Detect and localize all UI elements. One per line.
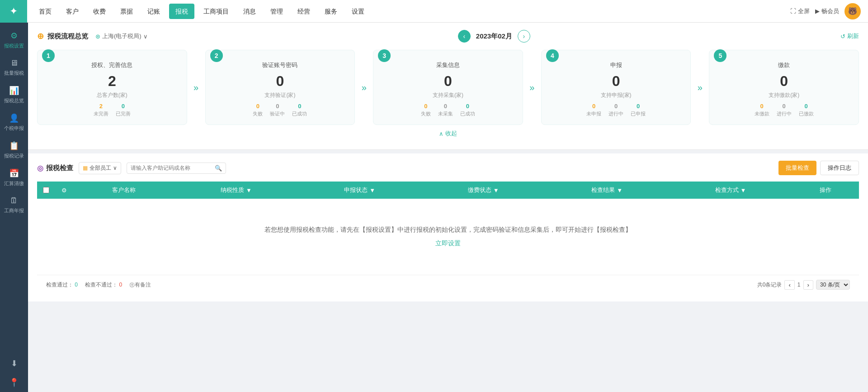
- nav-client[interactable]: 客户: [59, 0, 86, 23]
- nav-fee[interactable]: 收费: [86, 0, 113, 23]
- stat-filed-4: 0 已申报: [631, 103, 646, 117]
- sidebar: ⚙ 报税设置 🖥 批量报税 📊 报税总览 👤 个税申报 📋 报税记录 📅 汇算清…: [0, 23, 28, 392]
- nav-settings[interactable]: 设置: [344, 0, 372, 23]
- nav-message[interactable]: 消息: [236, 0, 263, 23]
- nav-tax[interactable]: 报税: [169, 4, 194, 19]
- setup-link[interactable]: 立即设置: [435, 239, 461, 247]
- step-card-4: 4 申报 0 支持申报(家) 0 未申报 0 进行中: [541, 50, 691, 125]
- sidebar-item-personal-report[interactable]: 👤 个税申报: [0, 109, 28, 136]
- step-count-5: 0: [717, 73, 851, 90]
- sidebar-item-annual-report[interactable]: 🗓 工商年报: [0, 191, 28, 219]
- filter-icon-3[interactable]: ▼: [493, 187, 499, 194]
- overview-section: ⊕ 报税流程总览 ⊛ 上海(电子税局) ∨ ‹ 2023年02月 › ↺: [28, 23, 868, 150]
- location-badge[interactable]: ⊛ 上海(电子税局) ∨: [95, 32, 148, 40]
- step-title-1: 授权、完善信息: [45, 61, 179, 69]
- sidebar-item-tax-overview[interactable]: 📊 报税总览: [0, 81, 28, 109]
- select-all-checkbox[interactable]: [43, 187, 49, 193]
- sidebar-item-tax-settings[interactable]: ⚙ 报税设置: [0, 26, 28, 54]
- step-card-2: 2 验证账号密码 0 支持验证(家) 0 失败 0 验证中: [205, 50, 355, 125]
- first-page-btn[interactable]: ‹: [784, 280, 794, 290]
- chevron-down-icon: ∨: [143, 33, 148, 40]
- note-stat: ㊟有备注: [129, 281, 151, 289]
- nav-business[interactable]: 工商项目: [196, 0, 236, 23]
- step-stats-4: 0 未申报 0 进行中 0 已申报: [549, 103, 684, 117]
- sidebar-bottom: ⬇ 📍: [7, 354, 21, 392]
- collapse-bar[interactable]: ∧ 收起: [37, 125, 859, 142]
- filter-icon-1[interactable]: ▼: [246, 187, 252, 194]
- prev-month-btn[interactable]: ‹: [458, 30, 471, 43]
- step-sub-1: 总客户数(家): [45, 91, 179, 99]
- step-number-5: 5: [714, 49, 726, 62]
- nav-right: ⛶ 全屏 ▶ 畅会员 🐻: [790, 3, 868, 19]
- stat-pending-3: 0 未采集: [438, 103, 453, 117]
- sidebar-item-tax-records[interactable]: 📋 报税记录: [0, 136, 28, 164]
- step-count-4: 0: [549, 73, 684, 90]
- fail-count-link[interactable]: 0: [119, 282, 122, 288]
- check-header: ◎ 报税检查 ▦ 全部员工 ∨ 🔍 批量检查 操作日志: [37, 161, 859, 175]
- next-page-btn[interactable]: ›: [803, 280, 813, 290]
- filter-icon-4[interactable]: ▼: [617, 187, 623, 194]
- step-sub-2: 支持验证(家): [213, 91, 348, 99]
- step-stats-1: 2 未完善 0 已完善: [45, 103, 179, 117]
- main-content: ⊕ 报税流程总览 ⊛ 上海(电子税局) ∨ ‹ 2023年02月 › ↺: [28, 23, 868, 392]
- stat-verifying-2: 0 验证中: [270, 103, 285, 117]
- step-title-4: 申报: [549, 61, 684, 69]
- nav-service[interactable]: 服务: [317, 0, 344, 23]
- nav-accounting[interactable]: 记账: [140, 0, 167, 23]
- footer-stats: 检查通过： 0 检查不通过： 0 ㊟有备注: [46, 281, 151, 289]
- search-icon[interactable]: 🔍: [215, 165, 222, 172]
- step-stats-5: 0 未缴款 0 进行中 0 已缴款: [717, 103, 851, 117]
- nav-links: 首页 客户 收费 票据 记账 报税 工商项目 消息 管理 经营 服务 设置: [27, 0, 790, 23]
- nav-home[interactable]: 首页: [32, 0, 59, 23]
- data-table: ⚙ 客户名称 纳税性质 ▼ 申报状态: [37, 182, 859, 275]
- total-records: 共0条记录: [757, 281, 782, 289]
- th-checkbox: [37, 182, 55, 199]
- employee-icon: ▦: [83, 165, 88, 171]
- location-pin-icon: ⊛: [95, 33, 100, 40]
- step-number-3: 3: [378, 49, 391, 62]
- sidebar-item-settlement[interactable]: 📅 汇算清缴: [0, 164, 28, 191]
- vip-btn[interactable]: ▶ 畅会员: [815, 7, 839, 15]
- sidebar-item-download[interactable]: ⬇: [7, 354, 21, 373]
- log-btn[interactable]: 操作日志: [820, 161, 859, 175]
- step-title-3: 采集信息: [381, 61, 515, 69]
- stat-not-filed-4: 0 未申报: [586, 103, 601, 117]
- batch-tax-icon: 🖥: [10, 58, 18, 68]
- pass-count-link[interactable]: 0: [75, 282, 78, 288]
- th-check-result: 检查结果 ▼: [545, 182, 669, 199]
- fullscreen-icon: ⛶: [790, 8, 796, 14]
- stat-complete: 0 已完善: [116, 103, 131, 117]
- stat-in-progress-4: 0 进行中: [609, 103, 623, 117]
- filter-icon-5[interactable]: ▼: [741, 187, 746, 194]
- fullscreen-btn[interactable]: ⛶ 全屏: [790, 7, 810, 15]
- step-count-2: 0: [213, 73, 348, 90]
- search-box[interactable]: 🔍: [127, 163, 226, 174]
- table-empty-row: 若您想使用报税检查功能，请先在【报税设置】中进行报税的初始化设置，完成密码验证和…: [37, 199, 859, 275]
- sidebar-item-batch-tax[interactable]: 🖥 批量报税: [0, 54, 28, 81]
- step-number-4: 4: [546, 49, 559, 62]
- download-icon: ⬇: [11, 359, 18, 368]
- per-page-select[interactable]: 30 条/页: [816, 280, 850, 290]
- empty-state: 若您想使用报税检查功能，请先在【报税设置】中进行报税的初始化设置，完成密码验证和…: [37, 199, 859, 275]
- step-stats-3: 0 失败 0 未采集 0 已成功: [381, 103, 515, 117]
- th-pay-status: 缴费状态 ▼: [422, 182, 545, 199]
- th-operation: 操作: [793, 182, 859, 199]
- tax-check-section: ◎ 报税检查 ▦ 全部员工 ∨ 🔍 批量检查 操作日志: [28, 153, 868, 301]
- arrow-3: »: [523, 82, 541, 93]
- next-month-btn[interactable]: ›: [518, 30, 530, 43]
- filter-icon-2[interactable]: ▼: [369, 187, 375, 194]
- avatar[interactable]: 🐻: [844, 3, 861, 19]
- location-icon: 📍: [9, 378, 19, 387]
- arrow-1: »: [187, 82, 205, 93]
- search-input[interactable]: [131, 165, 215, 171]
- refresh-btn[interactable]: ↺ 刷新: [840, 32, 859, 40]
- tax-settings-icon: ⚙: [10, 31, 18, 41]
- nav-operate[interactable]: 经营: [290, 0, 317, 23]
- employee-filter[interactable]: ▦ 全部员工 ∨: [79, 162, 121, 174]
- batch-check-btn[interactable]: 批量检查: [778, 161, 816, 175]
- nav-invoice[interactable]: 票据: [113, 0, 140, 23]
- plus-circle-icon: ⊕: [37, 31, 44, 41]
- sidebar-item-location[interactable]: 📍: [7, 373, 21, 392]
- table-footer: 检查通过： 0 检查不通过： 0 ㊟有备注 共0条记录 ‹ 1 ›: [37, 275, 859, 294]
- nav-manage[interactable]: 管理: [263, 0, 290, 23]
